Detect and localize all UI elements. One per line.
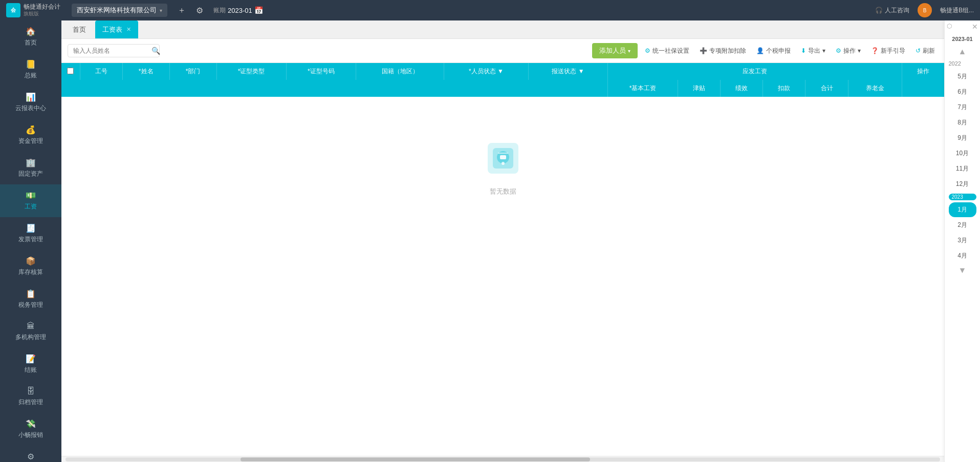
month-panel: ✕ ⬡ 2023-01 ▲ 2022 5月 6月 7月 8月 9月 10月 11…	[944, 20, 980, 462]
company-selector[interactable]: 西安虾米网络科技有限公司 ▾	[72, 4, 167, 17]
month-item-2023-1[interactable]: 1月	[949, 202, 976, 217]
empty-text: 暂无数据	[490, 187, 516, 196]
support-label: 人工咨询	[885, 6, 909, 15]
guide-action[interactable]: ❓ 新手引导	[868, 45, 908, 57]
calendar-icon[interactable]: 📅	[254, 6, 263, 14]
sidebar-item-archive[interactable]: 🗄 归档管理	[0, 381, 61, 413]
period-value: 2023-01	[228, 7, 252, 14]
special-deduct-icon: ➕	[700, 47, 707, 54]
sidebar-item-inventory[interactable]: 📦 库存核算	[0, 250, 61, 283]
search-input[interactable]	[68, 44, 160, 57]
sidebar-item-basic[interactable]: ⚙ 基础设置	[0, 446, 61, 462]
salary-icon: 💵	[26, 191, 36, 200]
month-item-2022-6[interactable]: 6月	[949, 85, 976, 99]
tax-report-label: 个税申报	[766, 47, 791, 55]
month-panel-header: 2023-01	[949, 33, 976, 45]
month-item-2022-12[interactable]: 12月	[949, 177, 976, 192]
guide-toolbar-icon: ❓	[871, 47, 879, 54]
add-button[interactable]: ＋	[176, 4, 188, 17]
main-layout: 🏠 首页 📒 总账 📊 云报表中心 💰 资金管理 🏢 固定资产 💵 工资 🧾 发…	[0, 20, 980, 462]
sidebar-item-multi[interactable]: 🏛 多机构管理	[0, 316, 61, 348]
month-item-2023-4[interactable]: 4月	[949, 248, 976, 263]
table-sub-header-row: *基本工资 津贴 绩效 扣款 合计 养老金	[61, 80, 944, 97]
sidebar-item-label: 总账	[25, 71, 37, 80]
guide-label: 新手引导	[881, 47, 905, 55]
operation-action[interactable]: ⚙ 操作 ▾	[833, 45, 864, 57]
refresh-label: 刷新	[923, 47, 935, 55]
export-action[interactable]: ⬇ 导出 ▾	[798, 45, 829, 57]
support-button[interactable]: 🎧 人工咨询	[875, 6, 909, 15]
user-avatar: B	[918, 3, 932, 17]
month-item-2022-9[interactable]: 9月	[949, 131, 976, 145]
sidebar-item-assets[interactable]: 🏢 固定资产	[0, 152, 61, 184]
content-area: 首页 工资表 ✕ 🔍 添加人员 ▾ ⚙ 统一社保设置 ➕ 专项附加扣除	[61, 20, 944, 462]
sidebar-item-fund[interactable]: 💰 资金管理	[0, 119, 61, 152]
refresh-action[interactable]: ↺ 刷新	[912, 45, 938, 57]
month-item-2023-2[interactable]: 2月	[949, 218, 976, 233]
sidebar-item-salary[interactable]: 💵 工资	[0, 184, 61, 217]
scroll-up-arrow[interactable]: ▲	[949, 45, 976, 58]
logo-icon: 会	[6, 3, 20, 17]
month-item-2022-10[interactable]: 10月	[949, 146, 976, 161]
tab-bar: 首页 工资表 ✕	[61, 20, 944, 39]
th-number: 工号	[80, 63, 122, 80]
month-panel-content: 2023-01 ▲ 2022 5月 6月 7月 8月 9月 10月 11月 12…	[949, 33, 976, 277]
month-item-2022-5[interactable]: 5月	[949, 69, 976, 84]
month-item-2023-3[interactable]: 3月	[949, 233, 976, 248]
th-action2	[902, 80, 944, 97]
toolbar: 🔍 添加人员 ▾ ⚙ 统一社保设置 ➕ 专项附加扣除 👤 个税申报 ⬇ 导出	[61, 39, 944, 63]
sidebar-item-report[interactable]: 📊 云报表中心	[0, 86, 61, 119]
headset-icon: 🎧	[875, 7, 883, 14]
month-panel-expand-button[interactable]: ⬡	[947, 23, 952, 30]
th-status: *人员状态 ▼	[444, 63, 528, 80]
sidebar-item-label: 发票管理	[18, 235, 43, 244]
header-actions: ＋ ⚙	[176, 4, 205, 17]
tab-close-icon[interactable]: ✕	[126, 26, 131, 33]
invoice-icon: 🧾	[26, 223, 36, 233]
empty-icon	[483, 138, 524, 179]
expense-icon: 💸	[26, 419, 36, 429]
sidebar-item-label: 结账	[25, 366, 37, 374]
th-base-salary: *基本工资	[608, 80, 678, 97]
social-security-action[interactable]: ⚙ 统一社保设置	[642, 45, 692, 57]
tab-salary-label: 工资表	[102, 25, 122, 34]
th-name: *姓名	[122, 63, 169, 80]
sidebar-item-label: 小畅报销	[18, 431, 43, 439]
export-icon: ⬇	[801, 47, 806, 54]
special-deduct-action[interactable]: ➕ 专项附加扣除	[696, 45, 749, 57]
salary-table: 工号 *姓名 *部门 *证型类型 *证型号码 国籍（地区） *人员状态 ▼ 报送…	[61, 63, 944, 97]
fund-icon: 💰	[26, 125, 36, 135]
sidebar-item-home[interactable]: 🏠 首页	[0, 20, 61, 53]
empty-state: 暂无数据	[61, 97, 944, 237]
tab-home[interactable]: 首页	[66, 20, 93, 38]
top-header: 会 畅捷通好会计 旗舰版 西安虾米网络科技有限公司 ▾ ＋ ⚙ 账期 2023-…	[0, 0, 980, 20]
tax-report-icon: 👤	[756, 47, 764, 54]
sidebar-item-label: 税务管理	[18, 301, 43, 309]
th-pension: 养老金	[848, 80, 902, 97]
scroll-track[interactable]	[66, 457, 940, 461]
svg-rect-3	[500, 155, 506, 159]
month-panel-close-button[interactable]: ✕	[972, 23, 978, 31]
scroll-down-arrow[interactable]: ▼	[949, 264, 976, 277]
sidebar-item-tax[interactable]: 📋 税务管理	[0, 283, 61, 316]
sidebar-item-invoice[interactable]: 🧾 发票管理	[0, 217, 61, 250]
search-button[interactable]: 🔍	[148, 47, 163, 55]
sidebar-item-ledger[interactable]: 📒 总账	[0, 53, 61, 86]
settings-button[interactable]: ⚙	[194, 5, 205, 16]
user-name: 畅捷通B组...	[940, 6, 974, 15]
year-2022-label: 2022	[949, 58, 976, 69]
year-2023-badge: 2023	[949, 194, 976, 200]
th-country: 国籍（地区）	[356, 63, 444, 80]
sidebar-item-close[interactable]: 📝 结账	[0, 348, 61, 381]
tab-salary[interactable]: 工资表 ✕	[95, 20, 138, 38]
month-item-2022-11[interactable]: 11月	[949, 161, 976, 176]
month-item-2022-8[interactable]: 8月	[949, 115, 976, 130]
svg-point-4	[502, 162, 505, 165]
refresh-icon: ↺	[916, 47, 921, 54]
month-item-2022-7[interactable]: 7月	[949, 100, 976, 115]
operation-arrow-icon: ▾	[858, 47, 861, 54]
add-person-button[interactable]: 添加人员 ▾	[592, 43, 638, 58]
sidebar-item-expense[interactable]: 💸 小畅报销	[0, 413, 61, 446]
select-all-checkbox[interactable]	[67, 68, 74, 74]
tax-report-action[interactable]: 👤 个税申报	[753, 45, 794, 57]
